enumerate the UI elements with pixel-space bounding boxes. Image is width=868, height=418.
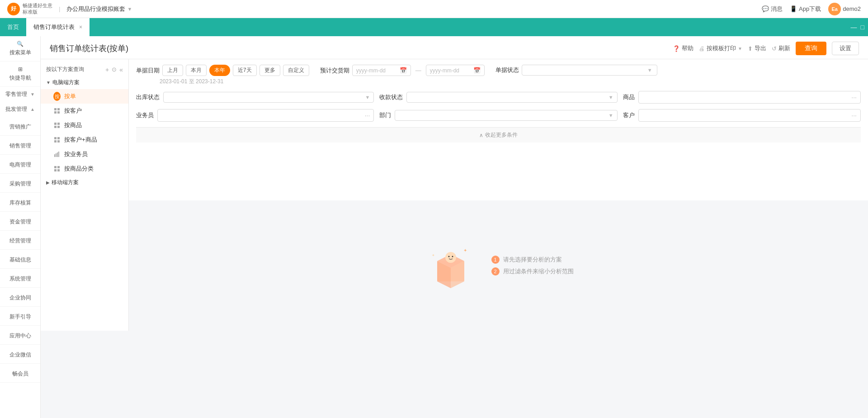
receipt-status-select[interactable]: ▼ — [406, 92, 617, 103]
message-btn[interactable]: 💬 消息 — [762, 5, 783, 13]
sidebar-item-search[interactable]: 🔍 搜索菜单 — [0, 36, 40, 62]
customer-dots-icon[interactable]: ··· — [851, 112, 857, 119]
svg-rect-6 — [54, 126, 57, 128]
svg-rect-15 — [58, 152, 59, 157]
calendar-icon-to[interactable]: 📅 — [473, 67, 481, 74]
goods-scheme-icon — [53, 122, 61, 129]
date-btn-7days[interactable]: 近7天 — [233, 65, 257, 76]
scheme-item-by-salesperson[interactable]: 按业务员 — [41, 147, 128, 162]
sidebar-item-membership[interactable]: 畅会员 — [0, 364, 40, 383]
sidebar-item-basic-info[interactable]: 基础信息 — [0, 250, 40, 269]
svg-rect-10 — [54, 140, 57, 142]
svg-rect-1 — [57, 108, 60, 110]
export-icon: ⬆ — [748, 45, 753, 52]
user-area[interactable]: Ea demo2 — [828, 3, 861, 15]
scheme-item-by-order[interactable]: 按 按单 — [41, 89, 128, 104]
scheme-section-desktop-title[interactable]: ▼ 电脑端方案 — [41, 76, 128, 89]
salesperson-select[interactable]: ··· — [157, 109, 374, 122]
customer-cell: 客户 ··· — [623, 109, 861, 122]
scheme-section-mobile-title[interactable]: ▶ 移动端方案 — [41, 176, 128, 189]
sidebar-item-marketing[interactable]: 营销推广 — [0, 117, 40, 136]
sidebar-item-finance[interactable]: 资金管理 — [0, 212, 40, 231]
customer-select[interactable]: ··· — [638, 109, 861, 122]
department-cell: 部门 ▼ — [379, 110, 617, 121]
sidebar-item-wholesale[interactable]: 批发管理 ▲ — [0, 102, 40, 117]
date-label: 单据日期 — [136, 66, 160, 75]
sidebar-item-sales[interactable]: 销售管理 — [0, 136, 40, 155]
scheme-item-by-customer[interactable]: 按客户 — [41, 104, 128, 118]
goods-dots-icon[interactable]: ··· — [851, 94, 857, 101]
sidebar-item-inventory[interactable]: 库存核算 — [0, 193, 40, 212]
chevron-down-icon: ▼ — [365, 95, 370, 100]
query-button[interactable]: 查询 — [796, 42, 826, 55]
date-btn-more[interactable]: 更多 — [259, 65, 280, 76]
calendar-icon-from[interactable]: 📅 — [400, 67, 407, 74]
customer-label: 客户 — [623, 111, 635, 119]
sidebar-item-enterprise[interactable]: 企业协同 — [0, 288, 40, 307]
download-icon: 📱 — [790, 5, 797, 12]
collapse-bar[interactable]: ∧ 收起更多条件 — [136, 127, 861, 142]
expected-date-from[interactable]: yyyy-mm-dd 📅 — [352, 65, 411, 76]
out-status-select[interactable]: ▼ — [163, 92, 374, 103]
date-range-text: 2023-01-01 至 2023-12-31 — [160, 78, 223, 86]
salesperson-cell: 业务员 ··· — [136, 109, 374, 122]
goods-select[interactable]: ··· — [638, 91, 861, 104]
order-status-select[interactable]: ▼ — [522, 65, 657, 76]
grid-icon: ⊞ — [18, 66, 23, 72]
tip-num-1: 1 — [491, 256, 500, 264]
tab-close-icon[interactable]: × — [79, 24, 82, 30]
page-title: 销售订单统计表(按单) — [50, 43, 128, 54]
avatar: Ea — [828, 3, 841, 15]
filter-area: 单据日期 上月 本月 本年 近7天 更多 自定义 — [129, 59, 868, 200]
customer-goods-scheme-icon — [53, 136, 61, 143]
svg-rect-16 — [54, 166, 57, 168]
scheme-item-by-goods[interactable]: 按商品 — [41, 118, 128, 133]
sidebar-item-purchase[interactable]: 采购管理 — [0, 174, 40, 193]
edit-scheme-icon[interactable]: ⊙ — [112, 66, 117, 73]
sidebar-item-ecommerce[interactable]: 电商管理 — [0, 155, 40, 174]
sidebar-item-wechat[interactable]: 企业微信 — [0, 345, 40, 364]
print-btn[interactable]: 🖨 按模板打印 ▼ — [699, 44, 742, 52]
date-btn-custom[interactable]: 自定义 — [283, 65, 309, 76]
customer-scheme-icon — [53, 107, 61, 114]
svg-rect-19 — [57, 169, 60, 171]
scheme-desktop-section: ▼ 电脑端方案 按 按单 按客户 — [41, 76, 128, 176]
sidebar-item-operations[interactable]: 经营管理 — [0, 231, 40, 250]
export-btn[interactable]: ⬆ 导出 — [748, 44, 766, 52]
scheme-item-by-goods-category[interactable]: 按商品分类 — [41, 162, 128, 176]
logo-area: 好 畅捷通好生意 标准版 — [7, 3, 52, 15]
expected-date-to[interactable]: yyyy-mm-dd 📅 — [426, 65, 485, 76]
settings-button[interactable]: 设置 — [832, 42, 859, 55]
date-buttons: 上月 本月 本年 近7天 更多 自定义 — [162, 65, 309, 76]
collapse-scheme-icon[interactable]: « — [119, 66, 123, 73]
salesperson-label: 业务员 — [136, 111, 154, 119]
top-bar-left: 好 畅捷通好生意 标准版 | 办公用品行业模拟账套 ▼ — [7, 3, 132, 15]
svg-point-26 — [452, 256, 453, 257]
date-btn-this-year[interactable]: 本年 — [209, 65, 230, 76]
page-header: 销售订单统计表(按单) ❓ 帮助 🖨 按模板打印 ▼ ⬆ 导出 ↺ 刷新 — [41, 36, 868, 59]
tab-home[interactable]: 首页 — [0, 18, 26, 36]
download-btn[interactable]: 📱 App下载 — [790, 5, 821, 13]
sidebar-item-retail[interactable]: 零售管理 ▼ — [0, 87, 40, 102]
salesperson-dots-icon[interactable]: ··· — [365, 112, 370, 119]
sidebar-item-system[interactable]: 系统管理 — [0, 269, 40, 288]
scheme-item-by-customer-goods[interactable]: 按客户+商品 — [41, 133, 128, 147]
chevron-down-icon[interactable]: ▼ — [127, 6, 132, 12]
chevron-down-icon: ▼ — [647, 67, 652, 73]
filter-row-2: 出库状态 ▼ 收款状态 ▼ — [136, 91, 861, 104]
date-btn-last-month[interactable]: 上月 — [162, 65, 183, 76]
tab-sales-stats[interactable]: 销售订单统计表 × — [26, 18, 90, 36]
date-btn-this-month[interactable]: 本月 — [186, 65, 207, 76]
sidebar-item-quick-nav[interactable]: ⊞ 快捷导航 — [0, 62, 40, 87]
tab-minimize-icon[interactable]: — — [851, 24, 857, 31]
sidebar-item-app-center[interactable]: 应用中心 — [0, 326, 40, 345]
sidebar-item-guide[interactable]: 新手引导 — [0, 307, 40, 326]
help-btn[interactable]: ❓ 帮助 — [673, 44, 693, 52]
add-scheme-icon[interactable]: + — [105, 66, 109, 73]
expected-date-group: 预计交货期 yyyy-mm-dd 📅 — yyyy-mm-dd 📅 — [320, 65, 485, 76]
search-icon: 🔍 — [17, 41, 24, 47]
tab-maximize-icon[interactable]: □ — [861, 24, 864, 31]
department-select[interactable]: ▼ — [395, 110, 617, 121]
refresh-btn[interactable]: ↺ 刷新 — [772, 44, 790, 52]
help-icon: ❓ — [673, 45, 680, 52]
